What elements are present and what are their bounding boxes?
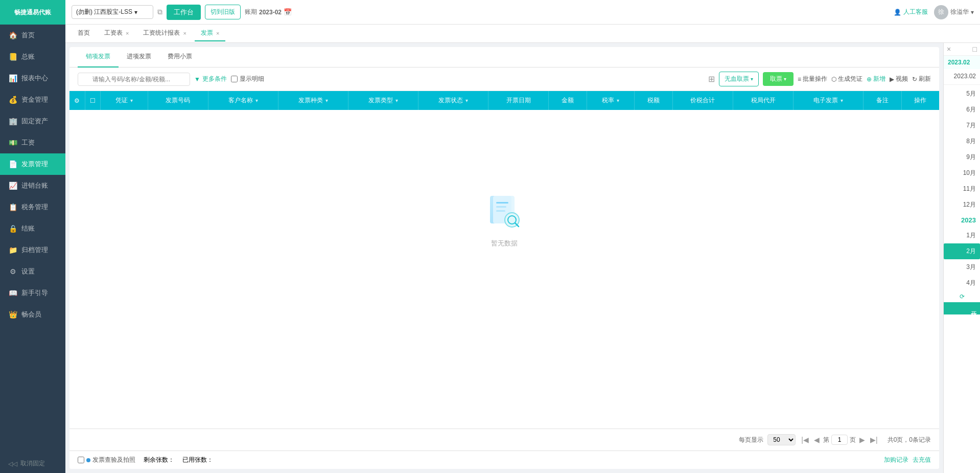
more-conditions-button[interactable]: ▼ 更多条件 bbox=[194, 75, 227, 83]
show-details-input[interactable] bbox=[231, 76, 238, 82]
sidebar-item-payroll[interactable]: 💵 工资 bbox=[0, 132, 65, 153]
period-item-12[interactable]: 12月 bbox=[944, 197, 980, 213]
check-verify-checkbox[interactable] bbox=[78, 457, 84, 463]
user-service-button[interactable]: 👤 人工客服 bbox=[894, 8, 928, 16]
user-profile-button[interactable]: 徐 徐溢华 ▾ bbox=[934, 5, 974, 19]
close-accounts-icon: 🔒 bbox=[8, 224, 17, 233]
next-page-button[interactable]: ▶ bbox=[858, 436, 867, 444]
switch-version-button[interactable]: 切到旧版 bbox=[205, 5, 241, 19]
period-item-4[interactable]: 4月 bbox=[944, 275, 980, 291]
period-item-8[interactable]: 8月 bbox=[944, 133, 980, 149]
get-invoice-button[interactable]: 取票 ▾ bbox=[763, 72, 794, 86]
empty-state: 暂无数据 bbox=[69, 151, 939, 289]
period-item-2023-02-dup[interactable]: 2023.02 bbox=[944, 69, 980, 83]
period-item-10[interactable]: 10月 bbox=[944, 165, 980, 181]
recharge-link[interactable]: 去充值 bbox=[913, 456, 931, 464]
table-body: 暂无数据 bbox=[69, 110, 939, 330]
video-button[interactable]: ▶ 视频 bbox=[890, 75, 908, 83]
sidebar-tax-label: 税务管理 bbox=[21, 202, 48, 212]
page-size-select[interactable]: 50 100 200 bbox=[767, 434, 796, 445]
th-customer: 客户名称 ▾ bbox=[208, 91, 278, 110]
period-close-row: × □ bbox=[944, 43, 980, 56]
th-settings[interactable]: ⚙ bbox=[69, 91, 85, 110]
tab-payroll-report[interactable]: 工资统计报表 × bbox=[137, 26, 192, 41]
copy-icon[interactable]: ⧉ bbox=[157, 8, 162, 16]
sub-tab-outgoing[interactable]: 销项发票 bbox=[78, 47, 119, 67]
gen-voucher-button[interactable]: ⬡ 生成凭证 bbox=[831, 75, 862, 83]
sidebar-settings-label: 设置 bbox=[21, 267, 35, 276]
th-electronic: 电子发票 ▾ bbox=[794, 91, 864, 110]
period-expand-button[interactable]: □ bbox=[973, 45, 977, 53]
sidebar-item-report[interactable]: 📊 报表中心 bbox=[0, 67, 65, 89]
sidebar-item-invoice[interactable]: 📄 发票管理 bbox=[0, 153, 65, 175]
sidebar-item-settings[interactable]: ⚙ 设置 bbox=[0, 261, 65, 282]
sidebar-item-sales[interactable]: 📈 进销台账 bbox=[0, 175, 65, 196]
new-button[interactable]: ⊕ 新增 bbox=[867, 75, 885, 83]
period-item-7[interactable]: 7月 bbox=[944, 118, 980, 133]
user-avatar: 徐 bbox=[934, 5, 948, 19]
sidebar-item-ledger[interactable]: 📒 总账 bbox=[0, 46, 65, 67]
add-icon: ⊕ bbox=[867, 76, 872, 83]
table-header: ⚙ ☐ 凭证 ▾ 发票号码 客户名称 ▾ 发票种类 ▾ 发票类型 ▾ 发票状态 … bbox=[69, 91, 939, 110]
sub-tab-expense[interactable]: 费用小票 bbox=[159, 47, 200, 67]
company-name: (勿删) 江西股宝-LSS bbox=[76, 8, 132, 16]
sidebar-report-label: 报表中心 bbox=[21, 74, 48, 83]
status-dot bbox=[86, 458, 90, 462]
tab-payroll[interactable]: 工资表 × bbox=[98, 26, 135, 41]
batch-ops-button[interactable]: ≡ 批量操作 bbox=[798, 75, 827, 83]
refresh-button[interactable]: ↻ 刷新 bbox=[912, 75, 931, 83]
sidebar-item-home[interactable]: 🏠 首页 bbox=[0, 25, 65, 46]
period-scroll-icon[interactable]: ⟳ bbox=[944, 291, 980, 302]
show-details-checkbox[interactable]: 显示明细 bbox=[231, 75, 264, 83]
grid-view-icon[interactable]: ⊞ bbox=[708, 74, 715, 84]
period-label: 账期 2023-02 📅 bbox=[245, 8, 292, 16]
workbench-button[interactable]: 工作台 bbox=[167, 5, 201, 20]
voucher-icon: ⬡ bbox=[831, 76, 836, 83]
sidebar-guide-label: 新手引导 bbox=[21, 288, 48, 298]
invoice-table-container: ⚙ ☐ 凭证 ▾ 发票号码 客户名称 ▾ 发票种类 ▾ 发票类型 ▾ 发票状态 … bbox=[69, 91, 939, 429]
th-remarks: 备注 bbox=[864, 91, 902, 110]
tab-payroll-report-close[interactable]: × bbox=[183, 30, 186, 36]
tab-invoice-close[interactable]: × bbox=[216, 30, 219, 36]
toolbar: 🔍 ▼ 更多条件 显示明细 ⊞ 无血取票 ▾ bbox=[69, 67, 939, 91]
search-input[interactable] bbox=[78, 73, 190, 86]
period-item-3[interactable]: 3月 bbox=[944, 259, 980, 275]
sidebar: 畅捷通易代账 🏠 首页 📒 总账 📊 报表中心 💰 资金管理 🏢 固定资产 💵 … bbox=[0, 0, 65, 473]
no-invoice-button[interactable]: 无血取票 ▾ bbox=[719, 72, 759, 86]
sidebar-item-member[interactable]: 👑 畅会员 bbox=[0, 304, 65, 325]
sidebar-item-archive[interactable]: 📁 归档管理 bbox=[0, 239, 65, 261]
sidebar-item-asset[interactable]: 🏢 固定资产 bbox=[0, 110, 65, 132]
svg-rect-2 bbox=[496, 202, 508, 204]
sidebar-pin-btn[interactable]: ◁◁ 取消固定 bbox=[0, 454, 65, 473]
last-page-button[interactable]: ▶| bbox=[869, 436, 879, 444]
sidebar-item-fund[interactable]: 💰 资金管理 bbox=[0, 89, 65, 110]
period-item-2[interactable]: 2月 bbox=[944, 243, 980, 259]
period-close-button[interactable]: × bbox=[947, 45, 951, 53]
th-checkbox[interactable]: ☐ bbox=[85, 91, 100, 110]
add-record-link[interactable]: 加购记录 bbox=[884, 456, 908, 464]
first-page-button[interactable]: |◀ bbox=[800, 436, 810, 444]
period-item-1[interactable]: 1月 bbox=[944, 228, 980, 243]
period-item-6[interactable]: 6月 bbox=[944, 102, 980, 118]
prev-page-button[interactable]: ◀ bbox=[812, 436, 821, 444]
sidebar-item-tax[interactable]: 📋 税务管理 bbox=[0, 196, 65, 218]
invoice-icon: 📄 bbox=[8, 160, 17, 168]
total-label: 共0页，0条记录 bbox=[888, 436, 931, 444]
ledger-icon: 📒 bbox=[8, 53, 17, 61]
sidebar-item-close-accounts[interactable]: 🔒 结账 bbox=[0, 218, 65, 239]
tab-payroll-close[interactable]: × bbox=[126, 30, 129, 36]
th-actions: 操作 bbox=[901, 91, 939, 110]
remaining-label: 剩余张数： bbox=[144, 456, 174, 464]
period-item-11[interactable]: 11月 bbox=[944, 181, 980, 197]
period-item-5[interactable]: 5月 bbox=[944, 86, 980, 102]
page-input[interactable] bbox=[831, 435, 848, 445]
sidebar-item-guide[interactable]: 📖 新手引导 bbox=[0, 282, 65, 304]
tax-icon: 📋 bbox=[8, 203, 17, 211]
tab-invoice[interactable]: 发票 × bbox=[195, 26, 225, 41]
tab-home[interactable]: 首页 bbox=[72, 26, 96, 41]
member-icon: 👑 bbox=[8, 310, 17, 319]
sub-tab-incoming[interactable]: 进项发票 bbox=[119, 47, 159, 67]
company-selector[interactable]: (勿删) 江西股宝-LSS ▾ bbox=[72, 5, 153, 19]
period-item-9[interactable]: 9月 bbox=[944, 149, 980, 165]
open-period-button[interactable]: 开账日期 bbox=[944, 302, 980, 314]
